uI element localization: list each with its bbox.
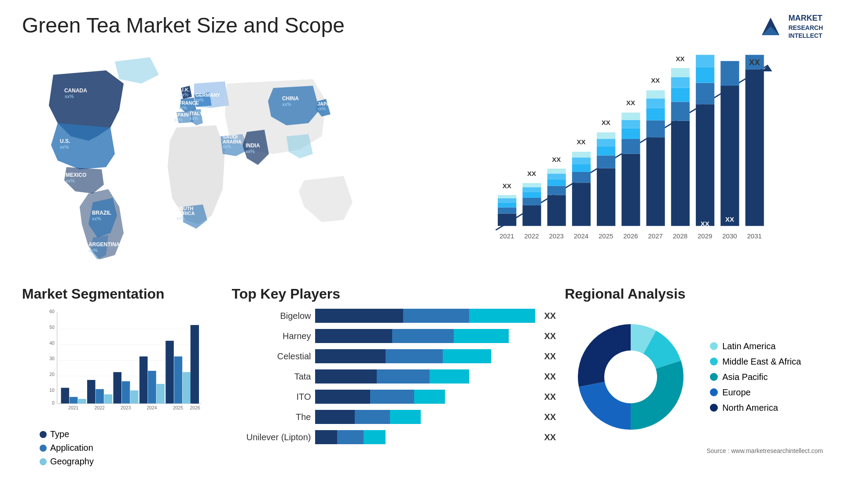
svg-text:10: 10 [49,388,55,393]
svg-text:2021: 2021 [500,232,514,240]
svg-rect-87 [671,77,690,88]
svg-text:BRAZIL: BRAZIL [92,210,111,216]
player-bar-container [315,369,535,383]
svg-rect-67 [597,132,615,139]
svg-text:xx%: xx% [223,144,231,149]
svg-text:0: 0 [52,401,55,405]
regional-legend-item: Europe [710,387,801,398]
svg-rect-63 [597,168,615,226]
svg-rect-127 [113,372,121,403]
svg-text:XX: XX [725,215,734,223]
svg-rect-79 [646,108,665,121]
svg-text:50: 50 [49,325,55,330]
svg-rect-50 [547,186,566,195]
svg-text:2024: 2024 [574,232,588,240]
logo-icon [757,13,784,40]
svg-rect-81 [646,90,665,99]
svg-rect-92 [696,83,714,104]
svg-rect-36 [498,208,516,214]
svg-text:xx%: xx% [180,92,188,97]
player-name: ITO [231,392,311,402]
svg-text:xx%: xx% [92,216,101,221]
svg-rect-38 [498,198,516,202]
svg-rect-98 [720,61,739,86]
svg-rect-57 [572,172,591,183]
svg-text:XX: XX [552,156,561,163]
svg-rect-133 [156,384,165,404]
player-bar-segment [315,430,337,444]
player-value: XX [544,412,556,422]
map-section: CANADA xx% U.S. xx% MEXICO xx% BRAZIL xx… [22,48,428,268]
svg-text:U.K.: U.K. [180,87,190,92]
regional-legend-dot [710,388,718,396]
growth-chart-svg: XX 2021 XX 2022 XX [445,53,814,251]
svg-rect-42 [522,205,541,226]
svg-text:XX: XX [602,119,610,126]
svg-rect-56 [572,183,591,226]
regional-legend-dot [710,404,718,412]
segmentation-title: Market Segmentation [22,286,223,302]
svg-text:SPAIN: SPAIN [174,112,189,117]
player-bar-segment [315,349,386,363]
player-bar-container [315,329,535,343]
svg-rect-52 [547,174,566,179]
player-name: Harney [231,331,311,341]
player-bar-segment [355,410,390,424]
player-bar-segment [315,329,392,343]
player-bar-segment [315,309,403,323]
player-value: XX [544,432,556,442]
logo-area: MARKET RESEARCH INTELLECT [757,13,823,40]
player-row: Unilever (Lipton)XX [231,430,556,444]
svg-rect-51 [547,179,566,186]
regional-legend-label: North America [722,403,778,413]
svg-text:xx%: xx% [179,106,187,110]
svg-rect-131 [140,356,148,403]
svg-text:XX: XX [701,220,709,227]
svg-text:ARABIA: ARABIA [223,139,242,144]
svg-rect-86 [671,88,690,102]
svg-rect-60 [572,152,591,157]
application-dot [40,445,47,452]
player-bar [315,390,445,404]
player-bar-container [315,309,535,323]
svg-rect-91 [696,104,714,226]
type-dot [40,431,47,438]
svg-rect-124 [96,389,104,404]
header: Green Tea Market Size and Scope MARKET R… [22,13,823,40]
player-row: BigelowXX [231,309,556,323]
svg-text:xx%: xx% [66,178,75,183]
svg-text:xx%: xx% [176,216,185,221]
svg-text:40: 40 [49,341,55,346]
svg-rect-97 [720,86,739,226]
svg-rect-72 [621,128,640,139]
svg-rect-88 [671,68,690,77]
player-bar [315,410,421,424]
player-bar-segment [370,390,414,404]
svg-text:2023: 2023 [121,405,131,410]
svg-rect-77 [646,137,665,226]
donut-segment [631,361,683,430]
player-bar-segment [403,309,469,323]
svg-text:2025: 2025 [599,232,613,240]
svg-text:2026: 2026 [190,405,200,410]
donut-segment [578,324,631,387]
player-row: TataXX [231,369,556,383]
regional-legend-item: Asia Pacific [710,372,801,382]
svg-text:xx%: xx% [317,106,326,111]
svg-text:2022: 2022 [95,405,105,410]
svg-rect-49 [547,195,566,226]
svg-text:2031: 2031 [747,232,761,240]
top-row: CANADA xx% U.S. xx% MEXICO xx% BRAZIL xx… [22,48,823,268]
player-name: The [231,412,311,422]
svg-rect-39 [498,195,516,198]
player-row: TheXX [231,410,556,424]
player-bar-segment [315,390,370,404]
svg-rect-80 [646,99,665,108]
logo-text: MARKET RESEARCH INTELLECT [788,13,823,40]
page: Green Tea Market Size and Scope MARKET R… [0,0,845,504]
players-section: Top Key Players BigelowXXHarneyXXCelesti… [231,286,556,493]
bottom-row: Market Segmentation 60 50 40 30 20 10 0 [22,281,823,493]
regional-title: Regional Analysis [565,286,823,302]
svg-text:XX: XX [749,58,760,67]
player-bar-segment [454,329,509,343]
